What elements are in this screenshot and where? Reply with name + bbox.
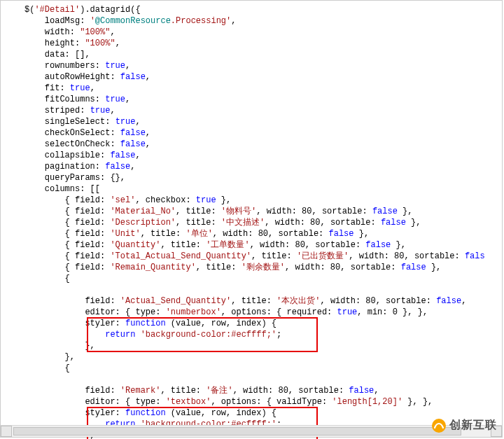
code-token: '工单数量': [206, 240, 249, 250]
code-token: fitColumns:: [24, 95, 105, 104]
code-token: , title:: [160, 386, 206, 396]
code-token: { field:: [24, 229, 110, 239]
code-token: , title:: [231, 296, 276, 306]
code-token: selectOnCheck:: [24, 139, 120, 149]
code-token: fit:: [24, 83, 70, 93]
code-token: , checkbox:: [135, 195, 195, 205]
code-token: , options: { validType:: [211, 397, 332, 407]
code-token: false: [105, 162, 130, 172]
code-token: { field:: [24, 218, 110, 228]
code-line: {: [24, 363, 485, 374]
code-token: { field:: [24, 207, 110, 216]
code-line: [24, 374, 485, 385]
code-token: , title:: [251, 251, 297, 261]
code-token: .Processing: [171, 16, 226, 26]
code-token: queryParams: {},: [24, 173, 125, 183]
code-token: 'sel': [110, 195, 135, 205]
code-token: false: [120, 72, 146, 82]
code-frame: $('#Detail').datagrid({ loadMsg: '@Commo…: [0, 0, 503, 438]
code-token: false: [436, 296, 461, 306]
scroll-thumb[interactable]: [13, 427, 461, 435]
code-token: ,: [146, 128, 150, 138]
code-token: columns: [[: [24, 184, 100, 194]
code-token: ,: [135, 117, 140, 127]
code-token: loadMsg:: [24, 16, 90, 26]
code-line: { field: 'Description', title: '中文描述', w…: [24, 217, 485, 228]
code-token: field:: [24, 386, 120, 396]
code-token: false: [349, 386, 374, 396]
code-token: pagination:: [24, 162, 105, 172]
code-token: editor: { type:: [24, 397, 166, 407]
code-line: fit: true,: [24, 83, 485, 94]
code-line: { field: 'Material_No', title: '物料号', wi…: [24, 206, 485, 217]
code-token: 'Total_Actual_Send_Quantity': [110, 251, 251, 261]
code-token: autoRowHeight:: [24, 72, 120, 82]
code-token: true: [70, 83, 90, 93]
code-line: rownumbers: true,: [24, 60, 485, 71]
code-token: ,: [125, 95, 130, 104]
code-token: '剩余数量': [241, 263, 285, 272]
code-token: "100%": [85, 39, 115, 48]
code-token: false: [381, 218, 406, 228]
code-token: , width: 80, sortable:: [213, 229, 329, 239]
code-line: { field: 'Remain_Quantity', title: '剩余数量…: [24, 262, 485, 273]
code-token: ,: [130, 162, 135, 172]
code-token: ,: [374, 386, 379, 396]
code-token: '中文描述': [221, 218, 265, 228]
code-token: striped:: [24, 106, 90, 116]
code-line: editor: { type: 'numberbox', options: { …: [24, 307, 485, 318]
code-token: false: [372, 207, 398, 216]
code-line: field: 'Actual_Send_Quantity', title: '本…: [24, 295, 485, 307]
code-token: , width: 80, sortable:: [349, 251, 465, 261]
code-token: {: [24, 363, 70, 373]
code-token: ,: [231, 16, 236, 26]
code-token: },: [24, 341, 95, 351]
scroll-left-button[interactable]: [1, 426, 12, 437]
code-token: ,: [90, 83, 95, 93]
code-token: 'Unit': [110, 229, 140, 239]
code-token: @CommonResource: [95, 16, 171, 26]
code-token: ,: [110, 106, 115, 116]
code-token: , title:: [160, 240, 206, 250]
code-line: singleSelect: true,: [24, 116, 485, 127]
code-token: , width: 80, sortable:: [320, 296, 436, 306]
code-token: , width: 80, sortable:: [233, 386, 349, 396]
code-token: '备注': [206, 386, 232, 396]
code-token: ': [90, 16, 95, 26]
code-token: true: [115, 117, 136, 127]
watermark-text: 创新互联: [449, 419, 497, 431]
code-token: },: [426, 263, 442, 272]
code-token: , title:: [196, 263, 241, 272]
code-token: { field:: [24, 195, 110, 205]
code-token: { field:: [24, 240, 110, 250]
code-token: 'Quantity': [110, 240, 160, 250]
code-token: , width: 80, sortable:: [256, 207, 372, 216]
code-token: '单位': [186, 229, 212, 239]
code-token: },: [216, 195, 232, 205]
code-token: editor: { type:: [24, 307, 166, 317]
code-line: selectOnCheck: false,: [24, 139, 485, 150]
code-token: , min: 0 }, },: [357, 307, 428, 317]
code-line: editor: { type: 'textbox', options: { va…: [24, 396, 485, 407]
code-token: '#Detail': [34, 5, 80, 15]
code-token: collapsible:: [24, 151, 110, 160]
code-line: loadMsg: '@CommonResource.Processing',: [24, 15, 485, 27]
code-token: false: [110, 151, 135, 160]
code-token: ,: [135, 151, 140, 160]
code-line: {: [24, 273, 485, 284]
code-line: { field: 'Total_Actual_Send_Quantity', t…: [24, 251, 485, 262]
code-token: 'Remark': [120, 386, 161, 396]
code-token: ).datagrid({: [80, 5, 140, 15]
code-token: },: [391, 240, 406, 250]
code-token: 'Actual_Send_Quantity': [120, 296, 231, 306]
code-token: ,: [461, 296, 466, 306]
code-block: $('#Detail').datagrid({ loadMsg: '@Commo…: [24, 4, 485, 439]
code-token: checkOnSelect:: [24, 128, 120, 138]
code-line: { field: 'Quantity', title: '工单数量', widt…: [24, 239, 485, 251]
horizontal-scrollbar[interactable]: [1, 425, 502, 437]
code-token: ,: [146, 72, 150, 82]
code-line: fitColumns: true,: [24, 94, 485, 105]
code-token: '已出货数量': [297, 251, 349, 261]
code-token: , width: 80, sortable:: [285, 263, 401, 272]
code-token: 'numberbox': [166, 307, 221, 317]
